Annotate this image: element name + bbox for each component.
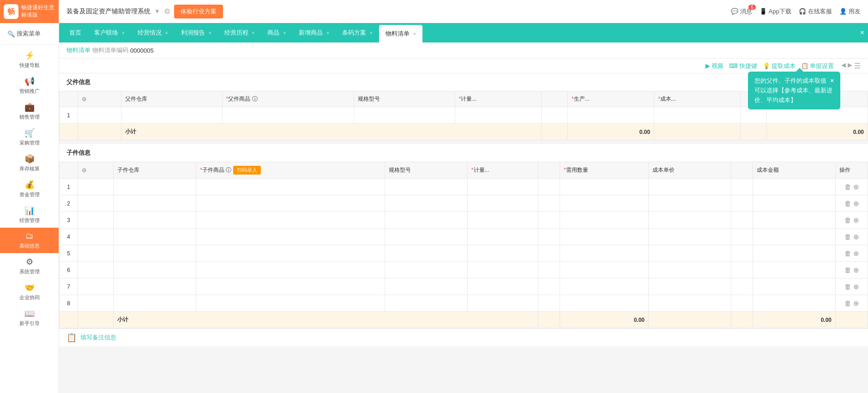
child-row-unit[interactable]	[467, 245, 538, 262]
child-row-unit[interactable]	[467, 229, 538, 245]
copy-icon[interactable]: ⊕	[853, 233, 859, 241]
nav-tab-home[interactable]: 首页	[63, 23, 88, 42]
parent-row-warehouse[interactable]	[121, 107, 222, 124]
nav-next-icon[interactable]: ▶	[848, 61, 852, 70]
child-row-required-qty[interactable]	[560, 262, 649, 278]
sidebar-item-sales[interactable]: 💼销售管理	[0, 98, 59, 124]
child-row-required-qty[interactable]	[560, 278, 649, 295]
parent-row-goods[interactable]	[222, 107, 354, 124]
child-row-unit[interactable]	[467, 295, 538, 312]
sidebar-item-operation[interactable]: 📊经营管理	[0, 202, 59, 228]
scan-button[interactable]: 扫码录入	[233, 166, 261, 175]
child-row-spec[interactable]	[385, 295, 467, 312]
single-settings-button[interactable]: 📋 单据设置	[801, 62, 834, 70]
child-row-unit[interactable]	[467, 179, 538, 195]
child-row-spec[interactable]	[385, 262, 467, 278]
child-row-goods[interactable]	[196, 262, 385, 278]
child-row-spec[interactable]	[385, 245, 467, 262]
delete-icon[interactable]: 🗑	[844, 216, 851, 224]
nav-tab-close-barcode[interactable]: ×	[370, 30, 373, 36]
child-row-warehouse[interactable]	[114, 179, 196, 195]
child-row-cost-unit[interactable]	[649, 179, 731, 195]
title-dropdown-icon[interactable]: ▼	[154, 8, 160, 15]
video-button[interactable]: ▶ 视频	[705, 62, 723, 70]
child-row-goods[interactable]	[196, 179, 385, 195]
parent-th-gear[interactable]: ⚙	[78, 91, 121, 107]
child-row-goods[interactable]	[196, 212, 385, 229]
app-download-item[interactable]: 📱 App下载	[760, 7, 791, 16]
child-row-required-qty[interactable]	[560, 195, 649, 212]
child-row-spec[interactable]	[385, 195, 467, 212]
trial-button[interactable]: 体验行业方案	[174, 5, 223, 18]
child-row-cost-unit[interactable]	[649, 262, 731, 278]
child-row-cost-unit[interactable]	[649, 295, 731, 312]
child-row-goods[interactable]	[196, 295, 385, 312]
child-row-goods[interactable]	[196, 245, 385, 262]
child-row-warehouse[interactable]	[114, 278, 196, 295]
nav-tab-close-new-goods[interactable]: ×	[326, 30, 329, 36]
sidebar-item-quick-nav[interactable]: ⚡快捷导航	[0, 47, 59, 73]
copy-icon[interactable]: ⊕	[853, 216, 859, 224]
parent-row-spec[interactable]	[354, 107, 455, 124]
notes-text[interactable]: 填写备注信息	[80, 333, 116, 342]
child-row-goods[interactable]	[196, 229, 385, 245]
nav-tab-close-goods[interactable]: ×	[283, 30, 286, 36]
sidebar-item-enterprise[interactable]: 🤝企业协同	[0, 279, 59, 305]
nav-close-all-button[interactable]: ×	[860, 29, 864, 37]
child-row-unit[interactable]	[467, 278, 538, 295]
shortcut-button[interactable]: ⌨ 快捷键	[729, 62, 757, 70]
child-row-warehouse[interactable]	[114, 229, 196, 245]
child-row-required-qty[interactable]	[560, 295, 649, 312]
child-row-spec[interactable]	[385, 179, 467, 195]
user-item[interactable]: 👤 用友	[839, 7, 861, 16]
nav-tab-customer[interactable]: 客户联络×	[88, 23, 131, 42]
delete-icon[interactable]: 🗑	[844, 233, 851, 241]
child-row-spec[interactable]	[385, 212, 467, 229]
nav-tab-close-operations[interactable]: ×	[165, 30, 168, 36]
child-row-warehouse[interactable]	[114, 262, 196, 278]
search-button[interactable]: 🔍 搜索菜单	[4, 27, 55, 41]
sidebar-item-guide[interactable]: 📖新手引导	[0, 305, 59, 331]
nav-tab-close-bom[interactable]: ×	[413, 31, 416, 36]
extract-cost-button[interactable]: 💡 提取成本	[763, 62, 796, 70]
delete-icon[interactable]: 🗑	[844, 200, 851, 207]
sidebar-item-basic-info[interactable]: 🗂基础信息	[0, 228, 59, 253]
copy-icon[interactable]: ⊕	[853, 283, 859, 291]
breadcrumb-link[interactable]: 物料清单	[66, 46, 90, 54]
sidebar-item-marketing[interactable]: 📢营销推广	[0, 73, 59, 98]
child-row-warehouse[interactable]	[114, 295, 196, 312]
nav-tab-operations[interactable]: 经营情况×	[131, 23, 175, 42]
tooltip-close-button[interactable]: ×	[830, 76, 834, 86]
child-row-unit[interactable]	[467, 195, 538, 212]
copy-icon[interactable]: ⊕	[853, 183, 859, 191]
nav-tab-history[interactable]: 经营历程×	[218, 23, 261, 42]
child-row-spec[interactable]	[385, 278, 467, 295]
nav-tab-profit[interactable]: 利润报告×	[175, 23, 218, 42]
nav-tab-close-profit[interactable]: ×	[209, 30, 211, 36]
sidebar-item-inventory[interactable]: 📦库存核算	[0, 150, 59, 176]
delete-icon[interactable]: 🗑	[844, 266, 851, 274]
child-row-warehouse[interactable]	[114, 195, 196, 212]
child-row-required-qty[interactable]	[560, 212, 649, 229]
child-th-gear[interactable]: ⚙	[78, 162, 114, 179]
sidebar-item-system[interactable]: ⚙系统管理	[0, 253, 59, 279]
sidebar-item-finance[interactable]: 💰资金管理	[0, 176, 59, 202]
grid-view-icon[interactable]: ☰	[854, 61, 861, 70]
nav-tab-new-goods[interactable]: 新增商品×	[292, 23, 336, 42]
copy-icon[interactable]: ⊕	[853, 249, 859, 258]
child-row-cost-unit[interactable]	[649, 195, 731, 212]
parent-row-cost[interactable]	[654, 107, 741, 124]
nav-tab-close-history[interactable]: ×	[252, 30, 255, 36]
parent-row-production[interactable]	[568, 107, 654, 124]
child-row-warehouse[interactable]	[114, 245, 196, 262]
nav-prev-icon[interactable]: ◀	[841, 61, 846, 70]
copy-icon[interactable]: ⊕	[853, 299, 859, 308]
child-row-required-qty[interactable]	[560, 229, 649, 245]
child-row-unit[interactable]	[467, 212, 538, 229]
sidebar-item-purchase[interactable]: 🛒采购管理	[0, 124, 59, 150]
child-row-goods[interactable]	[196, 278, 385, 295]
child-row-cost-unit[interactable]	[649, 212, 731, 229]
delete-icon[interactable]: 🗑	[844, 283, 851, 290]
child-row-goods[interactable]	[196, 195, 385, 212]
child-row-required-qty[interactable]	[560, 179, 649, 195]
